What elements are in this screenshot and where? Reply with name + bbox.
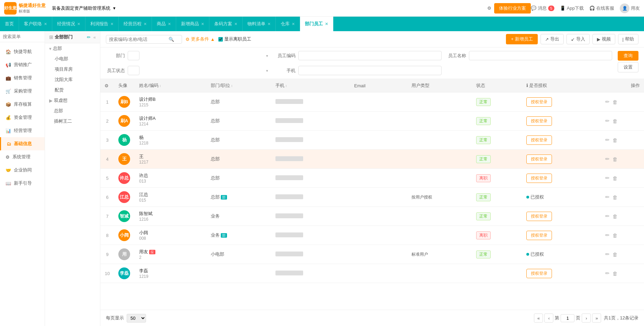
trial-button[interactable]: 体验行业方案 [494,3,531,14]
online-service-button[interactable]: 🎧 在线客服 [589,5,614,11]
phone-input[interactable] [298,66,442,75]
auth-button[interactable]: 授权登录 [526,116,552,126]
edit-icon[interactable]: ✏ [605,137,610,143]
edit-icon[interactable]: ✏ [605,251,610,257]
tab-barcode[interactable]: 条码方案✕ [209,17,243,31]
edit-icon[interactable]: ✏ [605,270,610,276]
tab-home[interactable]: 首页 [0,17,19,31]
delete-icon[interactable]: 🗑 [613,271,618,276]
export-button[interactable]: ↗ 导出 [541,34,564,44]
message-button[interactable]: 💬 消息 5 [531,5,554,11]
auth-button[interactable]: 授权登录 [526,155,552,164]
reset-button[interactable]: 设置 [618,62,638,72]
import-button[interactable]: ↙ 导入 [566,34,590,44]
auth-button[interactable]: 授权登录 [526,97,552,107]
avatar-circle: 刷A [118,115,130,127]
more-filter-button[interactable]: ⚙ 更多条件 ▲ [185,36,215,42]
phone-blur [275,252,303,256]
empname-input[interactable] [469,51,612,60]
col-usertype: 用户类型 [407,79,472,92]
show-resigned-checkbox[interactable]: 显示离职员工 [218,36,251,42]
edit-icon[interactable]: ✏ [605,118,610,124]
col-phone[interactable]: 手机 [271,79,350,92]
delete-icon[interactable]: 🗑 [613,252,618,257]
dept-node-chashuwanger[interactable]: ▶ 插树王二 [45,116,100,126]
sidebar-item-collab[interactable]: 🤝企业协同 [0,164,45,177]
tab-operations[interactable]: 经营情况✕ [52,17,85,31]
delete-icon[interactable]: 🗑 [613,232,618,238]
edit-icon[interactable]: ✏ [605,194,610,200]
edit-icon[interactable]: ✏ [605,175,610,181]
phone-blur [275,271,303,275]
sidebar-item-finance[interactable]: 💰资金管理 [0,111,45,124]
per-page-select[interactable]: 50 20 100 [127,314,146,323]
help-button[interactable]: | 帮助 [618,34,638,44]
auth-button[interactable]: 授权登录 [526,212,552,221]
edit-icon[interactable]: ✏ [605,156,610,162]
gear-icon[interactable]: ⚙ [484,3,494,13]
delete-icon[interactable]: 🗑 [613,156,618,162]
auth-button[interactable]: 授权登录 [526,174,552,183]
col-name[interactable]: 姓名/编码 [135,79,207,92]
search-input[interactable] [109,37,167,42]
auth-button[interactable]: 授权登录 [526,269,552,278]
sidebar-nav: 🏠快捷导航 📢营销推广 💼销售管理 🛒采购管理 📦库存核算 💰资金管理 📊经营管… [0,42,45,193]
col-settings[interactable]: ⚙ [100,79,114,92]
auth-button[interactable]: 授权登录 [526,135,552,145]
delete-icon[interactable]: 🗑 [613,99,618,105]
app-download-button[interactable]: 📱 App下载 [560,5,584,11]
query-button[interactable]: 查询 [618,51,638,61]
status-select[interactable] [128,66,139,75]
cell-ops: ✏🗑 [601,207,644,226]
empcode-input[interactable] [298,51,442,60]
dept-child-shenyang[interactable]: 沈阳大库 [45,74,100,85]
delete-icon[interactable]: 🗑 [613,175,618,181]
prev-page-button[interactable]: ‹ [544,314,553,323]
tab-goods[interactable]: 商品✕ [152,17,176,31]
auth-button[interactable]: 授权登录 [526,231,552,240]
dept-collapse-icon[interactable]: « [93,35,96,40]
sidebar-item-guide[interactable]: 📖新手引导 [0,177,45,190]
tab-warehouse[interactable]: 仓库✕ [276,17,300,31]
edit-icon[interactable]: ✏ [605,213,610,219]
sidebar-item-sales[interactable]: 💼销售管理 [0,71,45,85]
sidebar-item-quicknav[interactable]: 🏠快捷导航 [0,45,45,58]
tab-customer[interactable]: 客户联络✕ [19,17,52,31]
delete-icon[interactable]: 🗑 [613,137,618,143]
first-page-button[interactable]: « [534,314,543,323]
last-page-button[interactable]: » [592,314,601,323]
video-button[interactable]: ▶ 视频 [592,34,615,44]
cell-avatar: 小阔 [114,226,135,245]
delete-icon[interactable]: 🗑 [613,194,618,200]
delete-icon[interactable]: 🗑 [613,118,618,124]
edit-icon[interactable]: ✏ [605,99,610,105]
dept-child-peihuo[interactable]: 配货 [45,85,100,95]
sidebar-item-system[interactable]: ⚙系统管理 [0,150,45,164]
tab-bom[interactable]: 物料清单✕ [243,17,276,31]
dept-node-shuangxuxiang[interactable]: ▶ 双虚想 [45,95,100,106]
dept-node-head[interactable]: ▾ 总部 [45,43,100,54]
add-employee-button[interactable]: + 新增员工 [506,34,537,44]
dept-select[interactable] [128,51,139,60]
sidebar-item-basicinfo[interactable]: 🗂基础信息 [0,137,45,150]
user-button[interactable]: 👤 用友 [620,3,640,13]
edit-icon[interactable]: ✏ [605,232,610,238]
sidebar-item-inventory[interactable]: 📦库存核算 [0,98,45,111]
sidebar-search-input[interactable] [3,34,45,39]
tab-employees[interactable]: 部门员工✕ [300,17,333,31]
tab-profit[interactable]: 利润报告✕ [85,17,119,31]
dept-child-project[interactable]: 项目库房 [45,64,100,74]
delete-icon[interactable]: 🗑 [613,213,618,219]
tab-new-goods[interactable]: 新增商品✕ [176,17,209,31]
dept-node-zongbu[interactable]: ▶ 总部 [45,106,100,116]
next-page-button[interactable]: › [582,314,591,323]
logo-text: 畅捷通好生意 标准版 [19,3,46,14]
tab-history[interactable]: 经营历程✕ [119,17,152,31]
dept-child-xiaodibu[interactable]: 小电部 [45,54,100,64]
dept-edit-icon[interactable]: ✏ [87,35,91,40]
sidebar-item-purchase[interactable]: 🛒采购管理 [0,85,45,98]
col-dept[interactable]: 部门/职位 [207,79,271,92]
sidebar-item-marketing[interactable]: 📢营销推广 [0,58,45,71]
page-number-input[interactable] [561,314,574,322]
sidebar-item-bizmanage[interactable]: 📊经营管理 [0,124,45,137]
